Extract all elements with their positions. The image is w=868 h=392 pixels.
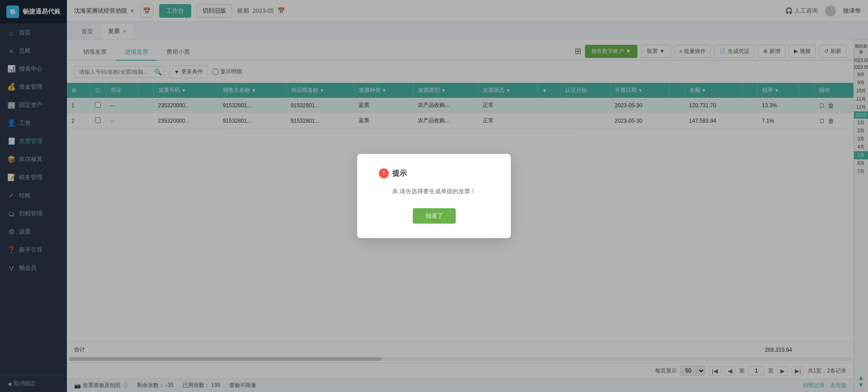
modal-ok-button[interactable]: 知道了 [413, 208, 456, 224]
modal-message: 亲,请先选择要生成单据的发票！ [379, 187, 489, 196]
modal-dialog: ! 提示 亲,请先选择要生成单据的发票！ 知道了 [357, 154, 511, 238]
modal-title: 提示 [392, 169, 407, 178]
modal-overlay[interactable]: ! 提示 亲,请先选择要生成单据的发票！ 知道了 [0, 0, 868, 392]
modal-title-row: ! 提示 [379, 168, 489, 178]
modal-warning-icon: ! [379, 168, 389, 178]
